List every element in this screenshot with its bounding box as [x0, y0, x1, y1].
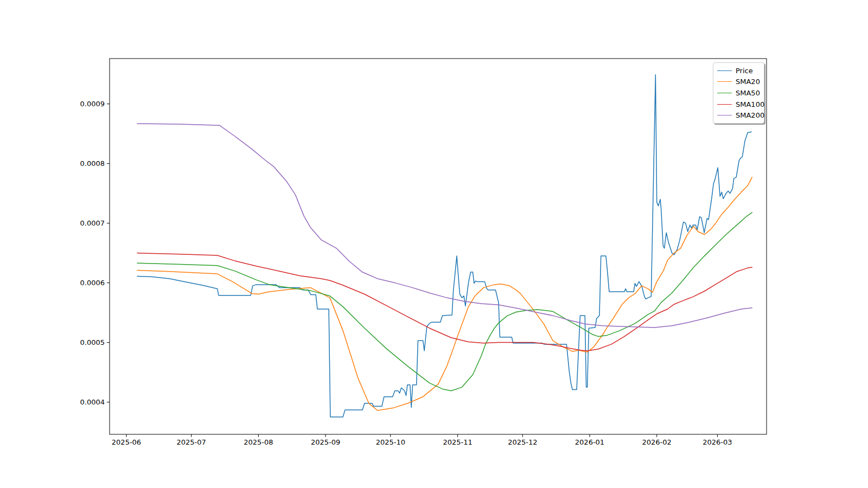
- legend-entry: Price: [717, 65, 763, 76]
- x-tick-label: 2025-11: [443, 438, 472, 446]
- y-tick-label: 0.0005: [80, 338, 105, 346]
- x-tick-label: 2025-06: [112, 438, 141, 446]
- x-tick-label: 2025-12: [508, 438, 537, 446]
- sma100-legend-line-swatch: [717, 104, 732, 105]
- legend-entry: SMA50: [717, 87, 763, 99]
- sma200-legend-line-swatch: [717, 115, 732, 115]
- figure-canvas: 2025-062025-072025-082025-092025-102025-…: [0, 0, 868, 488]
- y-tick-label: 0.0007: [80, 219, 105, 227]
- legend-label: Price: [736, 67, 753, 74]
- y-tick-label: 0.0008: [80, 159, 105, 168]
- x-tick-label: 2026-01: [575, 438, 604, 446]
- x-tick-label: 2026-03: [703, 438, 732, 446]
- x-tick-label: 2025-07: [177, 438, 206, 446]
- legend-entry: SMA200: [717, 110, 763, 121]
- sma100-line: [137, 253, 752, 351]
- x-tick-label: 2025-08: [244, 438, 273, 446]
- y-tick-label: 0.0009: [80, 100, 105, 108]
- x-tick-label: 2026-02: [642, 438, 672, 446]
- legend-label: SMA20: [736, 78, 760, 85]
- legend-label: SMA50: [736, 89, 760, 97]
- sma20-legend-line-swatch: [717, 81, 732, 82]
- chart-legend: PriceSMA20SMA50SMA100SMA200: [713, 62, 764, 124]
- plot-border: [110, 59, 767, 434]
- price-legend-line-swatch: [717, 70, 732, 71]
- x-tick-label: 2025-09: [311, 438, 340, 446]
- legend-label: SMA200: [736, 112, 764, 119]
- sma50-legend-line-swatch: [717, 93, 732, 93]
- legend-entry: SMA20: [717, 76, 763, 88]
- legend-entry: SMA100: [717, 99, 763, 110]
- sma50-line: [137, 213, 752, 391]
- sma20-line: [137, 177, 752, 410]
- price-line: [137, 75, 751, 417]
- y-tick-label: 0.0004: [80, 398, 105, 406]
- legend-label: SMA100: [736, 101, 764, 108]
- x-tick-label: 2025-10: [376, 438, 405, 446]
- sma200-line: [137, 124, 752, 328]
- y-tick-label: 0.0006: [80, 279, 105, 287]
